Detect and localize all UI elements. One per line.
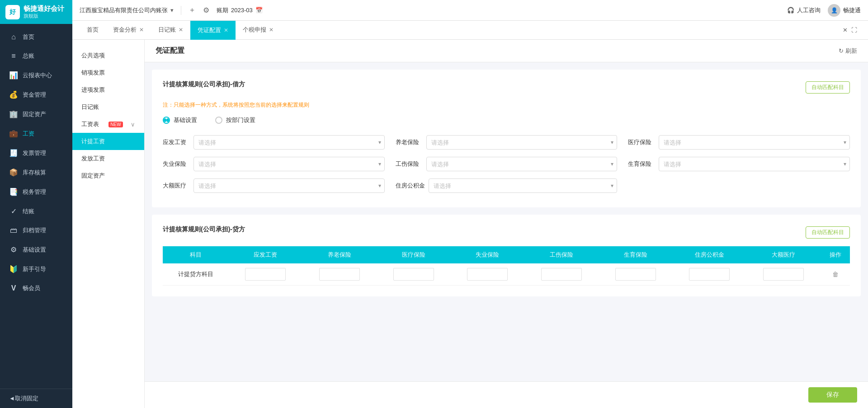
period-value: 2023-03 <box>231 7 253 14</box>
sidebar-item-reports[interactable]: 📊 云报表中心 <box>0 66 72 85</box>
left-menu-payroll-calc[interactable]: 计提工资 <box>72 133 144 150</box>
sidebar-item-closing[interactable]: ✓ 结账 <box>0 202 72 221</box>
select-dyyl[interactable]: 请选择 <box>193 178 385 193</box>
label-zfgjj: 住房公积金 <box>396 182 425 190</box>
th-dyyl: 大额医疗 <box>746 246 821 263</box>
sidebar-item-funds[interactable]: 💰 资金管理 <box>0 85 72 104</box>
period-label: 账期 <box>217 6 228 14</box>
select-wrapper-dyyl: 请选择 ▾ <box>193 178 385 193</box>
table-header-row: 科目 应发工资 养老保险 医疗保险 失业保险 工伤保险 生育保险 住房公积金 大… <box>163 246 850 263</box>
company-selector[interactable]: 江西服宝精品有限责任公司内账张 ▾ <box>80 6 174 14</box>
company-dropdown-icon: ▾ <box>170 7 174 14</box>
sidebar-item-fixed-assets[interactable]: 🏢 固定资产 <box>0 104 72 124</box>
period-display: 账期 2023-03 📅 <box>217 6 263 14</box>
window-controls: ✕ ⛶ <box>843 27 857 33</box>
sidebar-item-home[interactable]: ⌂ 首页 <box>0 28 72 47</box>
credit-auto-match-button[interactable]: 自动匹配科目 <box>806 226 850 239</box>
input-credit-zfgjj[interactable] <box>689 268 730 281</box>
input-credit-ylbx2[interactable] <box>393 268 434 281</box>
input-credit-gsbx[interactable] <box>541 268 582 281</box>
th-gsbx: 工伤保险 <box>524 246 599 263</box>
tab-tax-report-label: 个税申报 <box>243 26 266 34</box>
save-button[interactable]: 保存 <box>808 387 857 403</box>
tab-fund-analysis-close[interactable]: ✕ <box>139 27 144 33</box>
page-title: 凭证配置 <box>156 46 184 56</box>
tab-journal-close[interactable]: ✕ <box>179 27 183 33</box>
service-label: 人工咨询 <box>797 6 821 14</box>
add-account-button[interactable]: ＋ <box>189 5 196 15</box>
select-yfgz[interactable]: 请选择 <box>193 135 385 150</box>
radio-dept[interactable]: 按部门设置 <box>215 116 255 124</box>
sidebar-item-general-ledger[interactable]: ≡ 总账 <box>0 47 72 66</box>
page-header: 凭证配置 ↻ 刷新 <box>145 40 868 62</box>
sidebar-label-home: 首页 <box>23 33 34 41</box>
left-menu-sales-invoice[interactable]: 销项发票 <box>72 64 144 81</box>
select-sybx[interactable]: 请选择 <box>193 157 385 171</box>
tab-tax-report[interactable]: 个税申报 ✕ <box>236 21 281 40</box>
label-sybx: 失业保险 <box>163 160 190 168</box>
user-menu[interactable]: 👤 畅捷通 <box>828 4 861 17</box>
label-dyyl: 大额医疗 <box>163 182 190 190</box>
sidebar: 好 畅捷通好会计 旗舰版 ⌂ 首页 ≡ 总账 📊 云报表中心 💰 资金管理 🏢 … <box>0 0 72 408</box>
close-window-button[interactable]: ✕ <box>843 27 848 33</box>
left-menu-salary-pay[interactable]: 发放工资 <box>72 150 144 167</box>
select-ylbx2[interactable]: 请选择 <box>659 135 850 150</box>
left-menu-purchase-invoice[interactable]: 进项发票 <box>72 81 144 98</box>
sidebar-label-inventory: 库存核算 <box>23 169 46 177</box>
select-wrapper-ylbx2: 请选择 ▾ <box>659 135 850 150</box>
cancel-fixed-button[interactable]: ◄取消固定 <box>0 389 72 408</box>
select-sybx2[interactable]: 请选择 <box>659 157 850 171</box>
tab-tax-report-close[interactable]: ✕ <box>269 27 274 33</box>
tab-voucher-config-close[interactable]: ✕ <box>224 27 228 33</box>
sidebar-item-inventory[interactable]: 📦 库存核算 <box>0 163 72 182</box>
sidebar-item-invoice[interactable]: 🧾 发票管理 <box>0 143 72 163</box>
input-credit-sybx2[interactable] <box>615 268 656 281</box>
archive-icon: 🗃 <box>9 226 18 234</box>
tab-home[interactable]: 首页 <box>80 21 106 40</box>
tab-fund-analysis[interactable]: 资金分析 ✕ <box>106 21 151 40</box>
credit-section-title: 计提核算规则(公司承担)-贷方 <box>163 225 245 234</box>
calendar-icon[interactable]: 📅 <box>255 7 263 14</box>
tab-fund-analysis-label: 资金分析 <box>113 26 137 34</box>
expand-window-button[interactable]: ⛶ <box>851 27 857 33</box>
debit-note: 注：只能选择一种方式，系统将按照您当前的选择来配置规则 <box>163 101 850 109</box>
left-menu-salary-table-group[interactable]: 工资表 NEW ∨ <box>72 116 144 133</box>
settings-button[interactable]: ⚙ <box>203 6 209 14</box>
tab-voucher-config[interactable]: 凭证配置 ✕ <box>190 21 236 40</box>
sidebar-item-guide[interactable]: 🔰 新手引导 <box>0 259 72 279</box>
radio-dept-circle <box>215 117 222 124</box>
td-ylbx <box>302 263 377 286</box>
sidebar-item-basic-settings[interactable]: ⚙ 基础设置 <box>0 240 72 259</box>
form-item-yfgz: 应发工资 请选择 ▾ <box>163 135 385 150</box>
sidebar-item-membership[interactable]: V 畅会员 <box>0 279 72 298</box>
tab-journal-label: 日记账 <box>158 26 176 34</box>
form-item-dyyl: 大额医疗 请选择 ▾ <box>163 178 385 193</box>
tab-journal[interactable]: 日记账 ✕ <box>151 21 190 40</box>
debit-auto-match-button[interactable]: 自动匹配科目 <box>806 81 850 94</box>
left-menu-journal[interactable]: 日记账 <box>72 98 144 116</box>
input-credit-sybx[interactable] <box>467 268 508 281</box>
delete-row-button[interactable]: 🗑 <box>832 271 839 278</box>
form-item-ylbx2: 医疗保险 请选择 ▾ <box>628 135 850 150</box>
select-zfgjj[interactable]: 请选择 <box>429 178 618 193</box>
td-yfgz <box>228 263 302 286</box>
label-gsbx: 工伤保险 <box>396 160 423 168</box>
radio-basic-label: 基础设置 <box>174 116 197 124</box>
input-credit-dyyl[interactable] <box>763 268 804 281</box>
left-menu-fixed-assets[interactable]: 固定资产 <box>72 167 144 184</box>
select-gsbx[interactable]: 请选择 <box>426 157 618 171</box>
sidebar-item-tax[interactable]: 📑 税务管理 <box>0 182 72 202</box>
td-row-label: 计提贷方科目 <box>163 263 228 286</box>
guide-icon: 🔰 <box>9 265 18 273</box>
sidebar-item-archive[interactable]: 🗃 归档管理 <box>0 221 72 240</box>
salary-icon: 💼 <box>9 129 18 138</box>
select-ylbx[interactable]: 请选择 <box>426 135 618 150</box>
input-credit-yfgz[interactable] <box>245 268 286 281</box>
sidebar-item-salary[interactable]: 💼 工资 <box>0 124 72 143</box>
left-menu-public[interactable]: 公共选项 <box>72 47 144 64</box>
refresh-button[interactable]: ↻ 刷新 <box>839 47 857 55</box>
radio-basic[interactable]: 基础设置 <box>163 116 197 124</box>
sidebar-label-basic-settings: 基础设置 <box>23 246 46 254</box>
service-button[interactable]: 🎧 人工咨询 <box>787 6 821 14</box>
input-credit-ylbx[interactable] <box>319 268 360 281</box>
